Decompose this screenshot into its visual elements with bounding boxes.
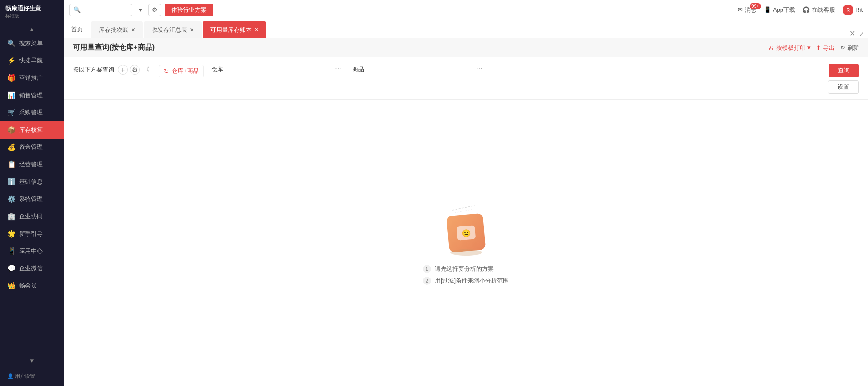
search-input[interactable] — [82, 7, 128, 13]
tab-home-label: 首页 — [71, 26, 83, 34]
operations-icon: 📋 — [7, 160, 15, 169]
topbar-right: ✉ 消息 99+ 📱 App下载 🎧 在线客服 R Rit — [738, 5, 863, 15]
page-title: 可用量查询(按仓库+商品) — [73, 43, 155, 52]
empty-illustration: 😐 — [439, 201, 493, 256]
print-dropdown-icon: ▾ — [807, 44, 811, 51]
sidebar-bottom: 👤 用户设置 — [0, 366, 64, 386]
sidebar-item-search[interactable]: 🔍搜索菜单 — [0, 35, 64, 52]
tab-inventory-summary-close[interactable]: ✕ — [190, 27, 194, 33]
goods-input[interactable]: ··· — [368, 63, 486, 75]
sidebar-item-enterprise[interactable]: 🏢企业协同 — [0, 208, 64, 225]
sidebar-item-quick-nav[interactable]: ⚡快捷导航 — [0, 52, 64, 69]
tab-batch-ledger[interactable]: 库存批次账 ✕ — [91, 21, 143, 38]
goods-dots[interactable]: ··· — [476, 65, 482, 73]
sidebar-item-sales[interactable]: 📊销售管理 — [0, 87, 64, 104]
scheme-refresh-icon: ↻ — [164, 68, 169, 75]
sidebar-scroll-down[interactable]: ▼ — [0, 355, 64, 366]
search-icon: 🔍 — [73, 6, 81, 13]
message-btn[interactable]: ✉ 消息 99+ — [738, 6, 756, 14]
user-menu-btn[interactable]: R Rit — [843, 5, 863, 15]
filter-field-goods: 商品 ··· — [352, 63, 486, 75]
inventory-icon: 📦 — [7, 126, 15, 134]
add-scheme-btn[interactable]: + — [118, 65, 128, 75]
empty-tips: 1 请先选择要分析的方案 2 用[过滤]条件来缩小分析范围 — [423, 265, 509, 285]
gear-icon[interactable]: ⚙ — [148, 4, 161, 16]
tab-inventory-summary-label: 收发存汇总表 — [152, 26, 187, 34]
sales-icon: 📊 — [7, 91, 15, 99]
search-icon: 🔍 — [7, 39, 15, 47]
tabs-right-actions: ✕ ⤢ — [849, 29, 868, 38]
settings-scheme-btn[interactable]: ⚙ — [130, 65, 140, 75]
export-btn[interactable]: ⬆ 导出 — [816, 44, 835, 52]
filter-fields: 仓库 ··· 商品 ··· — [211, 63, 821, 75]
sidebar-item-basic-info[interactable]: ℹ️基础信息 — [0, 173, 64, 190]
tab-home[interactable]: 首页 — [64, 21, 90, 38]
tab-available-ledger-label: 可用量库存账本 — [210, 26, 252, 34]
dropdown-icon[interactable]: ▾ — [136, 5, 145, 15]
sidebar-item-wechat[interactable]: 💬企业微信 — [0, 260, 64, 277]
sidebar-item-operations[interactable]: 📋经营管理 — [0, 156, 64, 173]
sidebar-item-marketing[interactable]: 🎁营销推广 — [0, 69, 64, 87]
sidebar-item-system[interactable]: ⚙️系统管理 — [0, 190, 64, 208]
empty-tip-1: 1 请先选择要分析的方案 — [423, 265, 509, 273]
purchase-icon: 🛒 — [7, 108, 15, 117]
illustration-shadow — [450, 249, 482, 256]
tab-available-ledger[interactable]: 可用量库存账本 ✕ — [203, 21, 266, 38]
export-icon: ⬆ — [816, 44, 821, 51]
warehouse-label: 仓库 — [211, 65, 223, 73]
illustration-face: 😐 — [456, 225, 475, 240]
goods-label: 商品 — [352, 65, 364, 73]
user-avatar: R — [843, 5, 853, 15]
sidebar-item-finance[interactable]: 💰资金管理 — [0, 139, 64, 156]
query-scheme: 按以下方案查询 + ⚙ 《 — [73, 63, 152, 75]
scheme-item-warehouse-goods[interactable]: ↻ 仓库+商品 — [159, 65, 204, 77]
print-icon: 🖨 — [768, 44, 774, 51]
print-btn[interactable]: 🖨 按模板打印 ▾ — [768, 44, 811, 52]
message-badge: 99+ — [750, 3, 761, 9]
sidebar-item-inventory[interactable]: 📦库存核算 — [0, 121, 64, 139]
tabs-bar: 首页 库存批次账 ✕ 收发存汇总表 ✕ 可用量库存账本 ✕ ✕ ⤢ — [64, 20, 868, 38]
topbar: 🔍 ▾ ⚙ 体验行业方案 ✉ 消息 99+ 📱 App下载 🎧 在线客服 R R… — [64, 0, 868, 20]
main-area: 🔍 ▾ ⚙ 体验行业方案 ✉ 消息 99+ 📱 App下载 🎧 在线客服 R R… — [64, 0, 868, 386]
sidebar-item-user[interactable]: 👤 用户设置 — [0, 370, 64, 382]
industry-btn[interactable]: 体验行业方案 — [165, 4, 213, 16]
tab-batch-ledger-label: 库存批次账 — [99, 26, 128, 34]
tab-available-ledger-close[interactable]: ✕ — [254, 27, 259, 33]
wechat-icon: 💬 — [7, 264, 15, 273]
scheme-label: 按以下方案查询 — [73, 63, 114, 74]
query-area: 按以下方案查询 + ⚙ 《 ↻ 仓库+商品 仓库 ··· — [64, 57, 868, 100]
sidebar-item-guide[interactable]: 🌟新手引导 — [0, 225, 64, 242]
topbar-search-box[interactable]: 🔍 — [69, 4, 132, 16]
tab-batch-ledger-close[interactable]: ✕ — [131, 27, 135, 33]
guide-icon: 🌟 — [7, 230, 15, 238]
sidebar-item-member[interactable]: 👑畅会员 — [0, 277, 64, 294]
settings-btn[interactable]: 设置 — [828, 80, 859, 94]
service-icon: 🎧 — [802, 6, 810, 13]
sidebar-scroll-up[interactable]: ▲ — [0, 24, 64, 35]
finance-icon: 💰 — [7, 143, 15, 151]
warehouse-dots[interactable]: ··· — [335, 65, 341, 73]
collapse-icon[interactable]: 《 — [142, 65, 152, 75]
refresh-btn[interactable]: ↻ 刷新 — [840, 44, 859, 52]
scheme-list: ↻ 仓库+商品 — [159, 63, 204, 77]
sidebar: 畅康通好生意 标准版 ▲ 🔍搜索菜单⚡快捷导航🎁营销推广📊销售管理🛒采购管理📦库… — [0, 0, 64, 386]
query-btn[interactable]: 查询 — [829, 64, 859, 77]
warehouse-input[interactable]: ··· — [227, 63, 345, 75]
illustration-lines — [452, 201, 480, 215]
app-download-btn[interactable]: 📱 App下载 — [764, 6, 795, 14]
tab-inventory-summary[interactable]: 收发存汇总表 ✕ — [144, 21, 202, 38]
sidebar-item-app-center[interactable]: 📱应用中心 — [0, 242, 64, 260]
empty-state: 😐 1 请先选择要分析的方案 2 用[过滤]条件来缩小分析范围 — [64, 100, 868, 386]
header-actions: 🖨 按模板打印 ▾ ⬆ 导出 ↻ 刷新 — [768, 44, 859, 52]
system-icon: ⚙️ — [7, 195, 15, 203]
brand-title: 畅康通好生意 — [5, 5, 58, 13]
refresh-icon: ↻ — [840, 44, 845, 51]
sidebar-item-purchase[interactable]: 🛒采购管理 — [0, 104, 64, 121]
sidebar-nav: 🔍搜索菜单⚡快捷导航🎁营销推广📊销售管理🛒采购管理📦库存核算💰资金管理📋经营管理… — [0, 35, 64, 355]
app-icon: 📱 — [764, 6, 771, 13]
online-service-btn[interactable]: 🎧 在线客服 — [802, 6, 835, 14]
member-icon: 👑 — [7, 282, 15, 290]
enterprise-icon: 🏢 — [7, 212, 15, 221]
tab-close-all-btn[interactable]: ✕ — [849, 29, 855, 38]
tab-expand-btn[interactable]: ⤢ — [859, 30, 864, 37]
